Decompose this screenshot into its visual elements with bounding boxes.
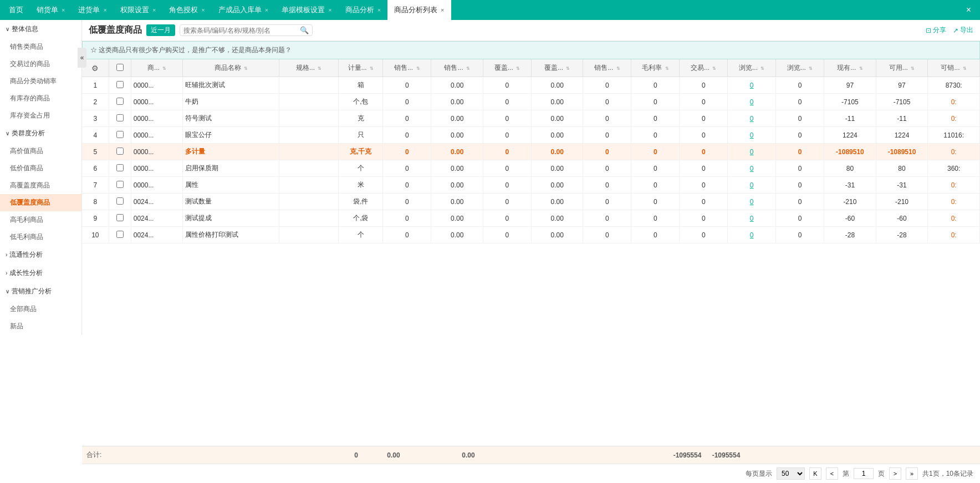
cell-browse1[interactable]: 0 xyxy=(728,177,776,194)
tab-sales-order[interactable]: 销货单 × xyxy=(30,0,72,20)
sidebar-item-low-coverage[interactable]: 低覆盖度商品 xyxy=(0,194,81,211)
th-unit[interactable]: 计量... ⇅ xyxy=(339,59,383,77)
browse1-link[interactable]: 0 xyxy=(750,131,754,139)
sidebar-section-marketing[interactable]: ∨ 营销推广分析 xyxy=(0,282,81,301)
tab-sales-close-icon[interactable]: × xyxy=(62,7,65,13)
tab-role-close-icon[interactable]: × xyxy=(201,7,205,13)
th-browse1[interactable]: 浏览... ⇅ xyxy=(728,59,776,77)
settings-icon[interactable]: ⚙ xyxy=(91,64,99,73)
sidebar-item-new-products[interactable]: 新品 xyxy=(0,318,81,335)
tab-product-close-icon[interactable]: × xyxy=(265,7,268,13)
th-cover2[interactable]: 覆盖... ⇅ xyxy=(531,59,583,77)
cell-check[interactable] xyxy=(109,194,131,210)
prev-page-button[interactable]: < xyxy=(826,467,838,480)
cell-check[interactable] xyxy=(109,77,131,94)
sidebar-item-with-stock[interactable]: 有库存的商品 xyxy=(0,90,81,107)
th-current[interactable]: 现有... ⇅ xyxy=(824,59,876,77)
th-cover1[interactable]: 覆盖... ⇅ xyxy=(483,59,531,77)
cell-check[interactable] xyxy=(109,227,131,243)
export-button[interactable]: ↗ 导出 xyxy=(953,26,973,35)
cell-check[interactable] xyxy=(109,177,131,194)
cell-check[interactable] xyxy=(109,110,131,127)
browse1-link[interactable]: 0 xyxy=(750,198,754,206)
cell-browse1[interactable]: 0 xyxy=(728,160,776,177)
cell-check[interactable] xyxy=(109,160,131,177)
cell-check[interactable] xyxy=(109,210,131,227)
row-checkbox[interactable] xyxy=(116,197,124,205)
sidebar-item-low-value[interactable]: 低价值商品 xyxy=(0,160,81,177)
th-sellable[interactable]: 可销... ⇅ xyxy=(928,59,980,77)
th-sale2[interactable]: 销售... ⇅ xyxy=(583,59,631,77)
sidebar-item-low-gross[interactable]: 低毛利商品 xyxy=(0,228,81,246)
cell-browse1[interactable]: 0 xyxy=(728,77,776,94)
sidebar-item-high-coverage[interactable]: 高覆盖度商品 xyxy=(0,177,81,194)
tab-purchase-order[interactable]: 进货单 × xyxy=(72,0,113,20)
table-container[interactable]: ⚙ 商... ⇅ 商品名称 ⇅ xyxy=(82,59,980,446)
sidebar-item-category-turnover[interactable]: 商品分类动销率 xyxy=(0,73,81,90)
row-checkbox[interactable] xyxy=(116,181,124,188)
date-filter-button[interactable]: 近一月 xyxy=(146,24,175,36)
next-page-button[interactable]: > xyxy=(889,467,901,480)
row-checkbox[interactable] xyxy=(116,131,124,138)
cell-check[interactable] xyxy=(109,127,131,144)
search-icon[interactable]: 🔍 xyxy=(300,26,309,34)
th-browse2[interactable]: 浏览... ⇅ xyxy=(776,59,824,77)
sidebar-item-stock-capital[interactable]: 库存资金占用 xyxy=(0,107,81,124)
sidebar-item-all-products[interactable]: 全部商品 xyxy=(0,301,81,318)
browse1-link[interactable]: 0 xyxy=(750,82,754,89)
th-spec[interactable]: 规格... ⇅ xyxy=(279,59,339,77)
browse1-link[interactable]: 0 xyxy=(750,148,754,156)
cell-browse1[interactable]: 0 xyxy=(728,227,776,243)
cell-check[interactable] xyxy=(109,94,131,110)
tab-home[interactable]: 首页 xyxy=(2,0,30,20)
sidebar-item-high-value[interactable]: 高价值商品 xyxy=(0,143,81,160)
per-page-select[interactable]: 50 10 20 100 xyxy=(777,467,805,480)
sidebar-item-sales-products[interactable]: 销售类商品 xyxy=(0,38,81,55)
first-page-button[interactable]: K xyxy=(809,467,821,480)
tab-permission-close-icon[interactable]: × xyxy=(152,7,156,13)
cell-check[interactable] xyxy=(109,144,131,160)
cell-browse1[interactable]: 0 xyxy=(728,127,776,144)
tab-role-auth[interactable]: 角色授权 × xyxy=(162,0,211,20)
browse1-link[interactable]: 0 xyxy=(750,98,754,106)
row-checkbox[interactable] xyxy=(116,81,124,88)
th-code[interactable]: 商... ⇅ xyxy=(131,59,183,77)
search-input[interactable] xyxy=(183,27,300,34)
row-checkbox[interactable] xyxy=(116,164,124,171)
row-checkbox[interactable] xyxy=(116,214,124,221)
th-gross[interactable]: 毛利率 ⇅ xyxy=(631,59,680,77)
tab-template-settings[interactable]: 单据模板设置 × xyxy=(275,0,338,20)
select-all-checkbox[interactable] xyxy=(116,64,124,71)
tab-product-inbound[interactable]: 产成品入库单 × xyxy=(212,0,275,20)
tab-purchase-close-icon[interactable]: × xyxy=(103,7,106,13)
tab-analysis-list[interactable]: 商品分析列表 × xyxy=(387,0,451,20)
window-close-button[interactable]: × xyxy=(959,5,978,15)
sidebar-collapse-button[interactable]: « xyxy=(78,48,86,68)
tab-template-close-icon[interactable]: × xyxy=(328,7,331,13)
th-sales-amt[interactable]: 销售... ⇅ xyxy=(431,59,483,77)
row-checkbox[interactable] xyxy=(116,148,124,155)
sidebar-item-traded-products[interactable]: 交易过的商品 xyxy=(0,55,81,73)
cell-browse1[interactable]: 0 xyxy=(728,210,776,227)
tab-analysis-close-icon[interactable]: × xyxy=(377,7,381,13)
browse1-link[interactable]: 0 xyxy=(750,165,754,172)
sidebar-section-overall[interactable]: ∨ 整体信息 xyxy=(0,20,81,38)
cell-browse1[interactable]: 0 xyxy=(728,94,776,110)
th-name[interactable]: 商品名称 ⇅ xyxy=(183,59,279,77)
th-avail[interactable]: 可用... ⇅ xyxy=(876,59,928,77)
tab-permission[interactable]: 权限设置 × xyxy=(114,0,162,20)
sidebar-item-high-gross[interactable]: 高毛利商品 xyxy=(0,211,81,228)
sidebar-section-growth[interactable]: › 成长性分析 xyxy=(0,264,81,282)
share-button[interactable]: ⊡ 分享 xyxy=(926,26,946,35)
row-checkbox[interactable] xyxy=(116,231,124,238)
browse1-link[interactable]: 0 xyxy=(750,231,754,239)
sidebar-section-liquidity[interactable]: › 流通性分析 xyxy=(0,246,81,264)
cell-browse1[interactable]: 0 xyxy=(728,194,776,210)
row-checkbox[interactable] xyxy=(116,114,124,121)
tab-product-analysis[interactable]: 商品分析 × xyxy=(339,0,387,20)
th-trade[interactable]: 交易... ⇅ xyxy=(680,59,728,77)
browse1-link[interactable]: 0 xyxy=(750,181,754,189)
cell-browse1[interactable]: 0 xyxy=(728,144,776,160)
page-input[interactable] xyxy=(854,468,874,479)
browse1-link[interactable]: 0 xyxy=(750,215,754,222)
